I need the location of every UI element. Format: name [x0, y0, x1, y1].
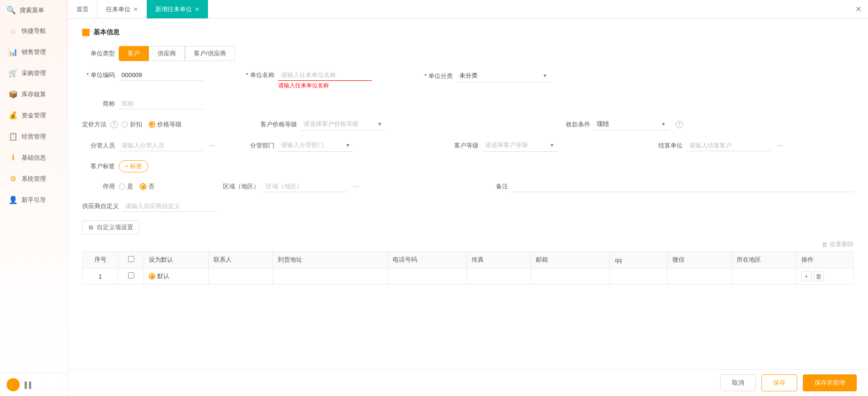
- pricing-discount-radio[interactable]: 折扣: [122, 120, 142, 129]
- tab-new-partner-close[interactable]: ✕: [195, 6, 199, 13]
- default-radio[interactable]: 默认: [149, 272, 204, 280]
- sidebar-item-quick-nav[interactable]: ⌂ 快捷导航: [0, 21, 68, 41]
- avatar: [7, 378, 20, 391]
- sidebar-item-system[interactable]: ⚙ 系统管理: [0, 168, 68, 189]
- unit-type-customer-btn[interactable]: 客户: [119, 46, 149, 61]
- default-label: 默认: [157, 272, 169, 280]
- close-all-tabs-button[interactable]: ✕: [849, 5, 868, 14]
- customer-tags-field: 客户标签 + 标签: [82, 160, 854, 172]
- short-name-input[interactable]: [119, 98, 203, 109]
- unit-code-input[interactable]: [119, 70, 203, 81]
- sidebar-item-label: 采购管理: [22, 69, 46, 78]
- region-field: 区域（地区） ···: [223, 181, 475, 192]
- disabled-region-row: 停用 是 否 区域（地区） ···: [82, 181, 854, 192]
- col-default: 设为默认: [144, 252, 209, 268]
- settlement-unit-more-btn[interactable]: ···: [775, 141, 784, 150]
- tab-new-partner-label: 新增往来单位: [155, 5, 192, 14]
- sidebar-item-finance[interactable]: 💰 资金管理: [0, 105, 68, 126]
- unit-type-label: 单位类型: [82, 49, 115, 58]
- sidebar-item-operations[interactable]: 📋 经营管理: [0, 126, 68, 147]
- save-button[interactable]: 保存: [761, 374, 797, 391]
- sidebar-item-basic-info[interactable]: ℹ 基础信息: [0, 147, 68, 168]
- cell-seq: 1: [83, 268, 118, 285]
- region-label: 区域（地区）: [223, 182, 259, 191]
- payment-terms-help-icon[interactable]: ?: [676, 121, 683, 128]
- batch-delete-label[interactable]: 批量删除: [830, 240, 854, 248]
- add-tag-label: + 标签: [125, 162, 142, 171]
- tab-partner-list-close[interactable]: ✕: [133, 6, 138, 13]
- col-seq: 序号: [83, 252, 118, 268]
- add-tag-button[interactable]: + 标签: [119, 160, 148, 172]
- sidebar-item-newbie[interactable]: 👤 新手引导: [0, 189, 68, 210]
- pricing-method-help-icon[interactable]: ?: [110, 121, 118, 128]
- unit-name-error: 请输入往来单位名称: [278, 82, 329, 89]
- manager-input[interactable]: [119, 140, 203, 151]
- unit-name-input[interactable]: [278, 70, 372, 81]
- sidebar-item-purchase[interactable]: 🛒 采购管理: [0, 62, 68, 84]
- pricing-method-radios: 折扣 价格等级: [122, 120, 182, 129]
- unit-type-both-btn[interactable]: 客户/供应商: [185, 46, 235, 61]
- row-checkbox[interactable]: [128, 272, 134, 279]
- manager-more-btn[interactable]: ···: [207, 141, 217, 150]
- cell-default: 默认: [144, 268, 209, 285]
- col-qq: qq: [610, 252, 667, 268]
- disabled-no-circle: [140, 183, 146, 190]
- pricing-method-field: 定价方法 ? 折扣 价格等级: [82, 120, 260, 129]
- unit-name-label: * 单位名称: [242, 71, 274, 79]
- remark-input[interactable]: [512, 181, 854, 192]
- disabled-no-radio[interactable]: 否: [140, 182, 154, 191]
- custom-settings-button[interactable]: ⚙ 自定义项设置: [82, 220, 139, 234]
- unit-code-label: * 单位编码: [82, 71, 115, 79]
- sidebar-item-inventory[interactable]: 📦 库存核算: [0, 84, 68, 105]
- table-header-row: 序号 设为默认 联系人 到货地址 电话号码 传真 邮箱 qq 微信 所在地区: [83, 252, 854, 268]
- short-name-field: 简称: [82, 98, 242, 109]
- cell-contact: [208, 268, 273, 285]
- cancel-button[interactable]: 取消: [720, 374, 756, 391]
- cell-action: + 🗑: [796, 268, 853, 285]
- delete-row-button[interactable]: 🗑: [814, 271, 824, 281]
- unit-type-row: 单位类型 客户 供应商 客户/供应商: [82, 46, 854, 61]
- disabled-yes-radio[interactable]: 是: [119, 182, 133, 191]
- contact-table-wrapper: 序号 设为默认 联系人 到货地址 电话号码 传真 邮箱 qq 微信 所在地区: [82, 251, 854, 285]
- payment-terms-select[interactable]: 现结 ▼: [594, 118, 669, 131]
- sidebar-item-label: 库存核算: [22, 90, 46, 99]
- sidebar-item-sales[interactable]: 📊 销售管理: [0, 41, 68, 62]
- customer-level-select[interactable]: 请选择客户等级 ▼: [482, 139, 557, 152]
- batch-delete-row: 🗑 批量删除: [82, 240, 854, 248]
- customer-price-level-field: 客户价格等级 请选择客户价格等级 ▼: [260, 118, 557, 131]
- unit-category-value: 未分类: [459, 71, 478, 80]
- region-input[interactable]: [263, 181, 348, 192]
- unit-category-field: * 单位分类 未分类 ▼: [420, 70, 854, 82]
- customer-price-level-select[interactable]: 请选择客户价格等级 ▼: [301, 118, 385, 131]
- pricing-level-radio[interactable]: 价格等级: [149, 120, 182, 129]
- tab-home[interactable]: 首页: [68, 0, 98, 18]
- department-field: 分管部门 请输入分管部门 ▼: [242, 139, 446, 152]
- tab-new-partner[interactable]: 新增往来单位 ✕: [147, 0, 208, 18]
- col-action: 操作: [796, 252, 853, 268]
- region-more-btn[interactable]: ···: [351, 182, 361, 191]
- customer-level-label: 客户等级: [446, 141, 479, 150]
- section-icon: [82, 29, 90, 36]
- chevron-down-icon: ▼: [377, 121, 382, 127]
- sidebar-search[interactable]: 🔍 搜索菜单: [0, 0, 68, 21]
- sidebar-item-label: 系统管理: [22, 175, 46, 183]
- disabled-yes-circle: [119, 183, 125, 190]
- department-select[interactable]: 请输入分管部门 ▼: [278, 139, 353, 152]
- col-checkbox: [118, 252, 144, 268]
- cell-qq: [610, 268, 667, 285]
- add-row-button[interactable]: +: [801, 271, 812, 281]
- code-name-category-row: * 单位编码 * 单位名称 请输入往来单位名称 * 单位分类: [82, 70, 854, 90]
- department-placeholder: 请输入分管部门: [281, 141, 324, 149]
- tab-partner-list[interactable]: 往来单位 ✕: [98, 0, 147, 18]
- supplier-custom-field: 供应商自定义: [82, 201, 854, 212]
- unit-type-supplier-btn[interactable]: 供应商: [149, 46, 185, 61]
- save-and-new-button[interactable]: 保存并新增: [803, 374, 857, 391]
- payment-terms-value: 现结: [597, 120, 609, 128]
- unit-category-select[interactable]: 未分类 ▼: [457, 70, 550, 82]
- select-all-checkbox[interactable]: [128, 256, 134, 262]
- inventory-icon: 📦: [8, 90, 18, 99]
- settlement-unit-input[interactable]: [686, 140, 771, 151]
- supplier-custom-input[interactable]: [122, 201, 216, 212]
- manager-field: 分管人员 ···: [82, 140, 242, 151]
- unit-type-group: 客户 供应商 客户/供应商: [119, 46, 235, 61]
